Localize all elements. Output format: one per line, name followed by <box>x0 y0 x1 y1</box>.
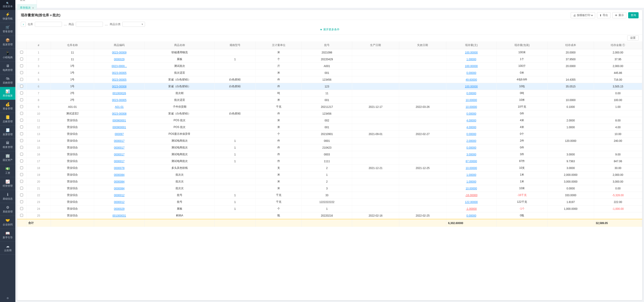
cell-17-10[interactable]: 10.00000 <box>446 165 496 172</box>
cell-13-10[interactable]: 2.00000 <box>446 137 496 144</box>
sidebar-item-retail-mgmt[interactable]: 🛒零售管理 <box>0 23 16 36</box>
cell-9-3[interactable]: 0023-00008 <box>94 110 144 117</box>
cell-20-3[interactable]: 0000084 <box>94 185 144 192</box>
cell-12-3[interactable]: 000097 <box>94 131 144 137</box>
cell-24-3[interactable]: 001000031 <box>94 212 144 219</box>
expand-conditions-button[interactable]: ▼ 展开更多条件 <box>21 27 638 32</box>
row-checkbox[interactable] <box>20 119 23 122</box>
row-checkbox[interactable] <box>20 180 23 183</box>
search-menu[interactable]: 🔍 搜索菜单 <box>0 0 16 10</box>
row-checkbox[interactable] <box>20 166 23 169</box>
cell-5-3[interactable]: 0023-00008 <box>94 83 144 90</box>
row-checkbox[interactable] <box>20 187 23 190</box>
cell-22-10[interactable]: 122.00000 <box>446 199 496 206</box>
cell-14-10[interactable]: 0.00000 <box>446 144 496 151</box>
cell-13-3[interactable]: 0000017 <box>94 137 144 144</box>
sidebar-item-enterprise-collab[interactable]: 🤝企业协同 <box>0 216 16 229</box>
cell-2-3[interactable]: 0023-0000... <box>94 63 144 70</box>
row-checkbox[interactable] <box>20 139 23 142</box>
sidebar-item-quick-nav[interactable]: ⚡快捷导航 <box>0 10 16 23</box>
row-checkbox[interactable] <box>20 200 23 203</box>
row-checkbox[interactable] <box>20 214 23 217</box>
cell-1-10[interactable]: 1.00000 <box>446 56 496 63</box>
cell-3-3[interactable]: 0023-00005 <box>94 70 144 76</box>
sidebar-item-ecom-mgmt[interactable]: 🖥电商管理 <box>0 62 16 74</box>
row-checkbox[interactable] <box>20 125 23 128</box>
cell-2-10[interactable]: 100.00000 <box>446 63 496 70</box>
sidebar-item-wholesale-mgmt[interactable]: 📦批发管理 <box>0 36 16 49</box>
cell-0-3[interactable]: 0023-00009 <box>94 49 144 56</box>
sidebar-item-fixed-assets[interactable]: 🏢固定资产 <box>0 151 16 164</box>
cell-4-3[interactable]: 0023-00005 <box>94 76 144 83</box>
cell-11-10[interactable]: 4.00000 <box>446 124 496 131</box>
query-button[interactable]: 查询 <box>628 12 638 18</box>
cell-15-3[interactable]: 0000017 <box>94 151 144 158</box>
cell-15-10[interactable]: 3.00000 <box>446 151 496 158</box>
row-checkbox[interactable] <box>20 51 23 54</box>
print-button[interactable]: 🖨 按模板打印 ▾ <box>571 12 595 18</box>
row-checkbox[interactable] <box>20 58 23 61</box>
display-button[interactable]: 👁 展示 <box>612 12 626 18</box>
warehouse-filter-input[interactable] <box>35 22 62 27</box>
row-checkbox[interactable] <box>20 92 23 94</box>
set-button[interactable]: 设置 <box>627 35 638 41</box>
cell-5-10[interactable]: 100.00000 <box>446 83 496 90</box>
cell-24-10[interactable]: 0.00000 <box>446 212 496 219</box>
cell-9-10[interactable]: 0.00000 <box>446 110 496 117</box>
cell-1-3[interactable]: 0000029 <box>94 56 144 63</box>
sidebar-item-mini-ecom[interactable]: 📱小程电商 <box>0 49 16 62</box>
cell-18-3[interactable]: 0000084 <box>94 172 144 178</box>
cell-16-3[interactable]: 0000017 <box>94 158 144 165</box>
row-checkbox[interactable] <box>20 105 23 108</box>
cell-21-3[interactable]: 0000012 <box>94 192 144 199</box>
row-checkbox[interactable] <box>20 207 23 210</box>
cell-6-3[interactable]: 001000026 <box>94 90 144 97</box>
tab-0[interactable]: 首页 <box>17 0 37 4</box>
cell-3-10[interactable]: 0.00000 <box>446 70 496 76</box>
sidebar-item-inventory-calc[interactable]: 📊库存核算 <box>0 87 16 100</box>
cell-23-10[interactable]: -1.00000 <box>446 206 496 212</box>
cell-19-3[interactable]: 0000084 <box>94 178 144 185</box>
cell-16-10[interactable]: 87.00000 <box>446 158 496 165</box>
category-filter-select[interactable]: ▾ <box>122 22 145 27</box>
sidebar-item-capital-mgmt[interactable]: 💰资金管理 <box>0 100 16 113</box>
cell-11-3[interactable]: 000900001 <box>94 124 144 131</box>
sidebar-item-purchase-mgmt[interactable]: 🛍采购管理 <box>0 74 16 87</box>
row-checkbox[interactable] <box>20 98 23 101</box>
cell-18-10[interactable]: 1.00000 <box>446 172 496 178</box>
cell-14-3[interactable]: 0000017 <box>94 144 144 151</box>
row-checkbox[interactable] <box>20 173 23 176</box>
row-checkbox[interactable] <box>20 112 23 115</box>
sidebar-item-tax-mgmt[interactable]: 🏛税务管理 <box>0 139 16 151</box>
row-checkbox[interactable] <box>20 132 23 135</box>
cell-10-3[interactable]: 000900001 <box>94 117 144 124</box>
sidebar-item-beginner-guide[interactable]: 📖新手引导 <box>0 229 16 242</box>
sidebar-item-cloud-app[interactable]: ☁云应用 <box>0 242 16 255</box>
cell-22-3[interactable]: 0000012 <box>94 199 144 206</box>
cell-4-10[interactable]: 49.60000 <box>446 76 496 83</box>
cell-10-10[interactable]: 4.00000 <box>446 117 496 124</box>
row-checkbox[interactable] <box>20 160 23 163</box>
cell-0-10[interactable]: 100.00000 <box>446 49 496 56</box>
cell-12-10[interactable]: 0.00000 <box>446 131 496 137</box>
sidebar-item-invoice-mgmt[interactable]: 🧾发票管理 <box>0 126 16 139</box>
cell-21-10[interactable]: -16.00000 <box>446 192 496 199</box>
cell-6-10[interactable]: 0.00000 <box>446 90 496 97</box>
cell-17-3[interactable]: 0000078 <box>94 165 144 172</box>
row-checkbox[interactable] <box>20 78 23 81</box>
row-checkbox[interactable] <box>20 153 23 156</box>
cell-20-10[interactable]: 10.00000 <box>446 185 496 192</box>
cell-7-3[interactable]: 0023-00005 <box>94 97 144 103</box>
cell-7-10[interactable]: 10.00000 <box>446 97 496 103</box>
cell-8-10[interactable]: 10.00000 <box>446 103 496 110</box>
cell-8-3[interactable]: A01-01 <box>94 103 144 110</box>
tab-close-icon-1[interactable]: × <box>32 6 34 10</box>
sidebar-item-payroll[interactable]: 💵工资 <box>0 164 16 177</box>
sidebar-item-system-mgmt[interactable]: ⚙系统管理 <box>0 203 16 216</box>
row-checkbox[interactable] <box>20 64 23 67</box>
settings-icon[interactable]: ⚙ <box>0 294 16 302</box>
row-checkbox[interactable] <box>20 194 23 196</box>
sidebar-item-ledger-mgmt[interactable]: 📒总账管理 <box>0 113 16 126</box>
row-checkbox[interactable] <box>20 146 23 149</box>
filter-expand-button[interactable]: › <box>21 22 26 27</box>
